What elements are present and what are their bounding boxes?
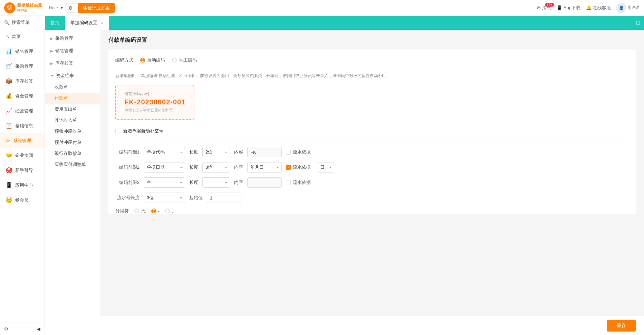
sidebar-item-member[interactable]: 👑 畅会员 bbox=[0, 193, 45, 207]
prefix1-length-value: 2位 bbox=[205, 149, 212, 155]
logo-icon: 畅 bbox=[4, 2, 15, 13]
auto-encoding-label: 自动编码 bbox=[147, 57, 165, 63]
menu-item-payment[interactable]: 付款单 bbox=[45, 93, 100, 104]
arrow-icon: ▼ bbox=[50, 74, 54, 78]
auto-fill-label: 新增单据自动补空号 bbox=[123, 128, 163, 134]
prefix2-dropdown-icon: ▾ bbox=[180, 166, 182, 169]
search-label: 搜索菜单 bbox=[12, 19, 30, 26]
menu-item-expense[interactable]: 费用支出单 bbox=[45, 104, 100, 115]
menu-group-label: 库存核算 bbox=[55, 60, 73, 66]
logo-subtitle: 插件版 bbox=[17, 8, 42, 13]
prefix2-select[interactable]: 单据日期 ▾ bbox=[144, 162, 185, 173]
online-service-action[interactable]: 🔔 在线客服 bbox=[586, 5, 611, 11]
prefix3-stream-label: 流水依据 bbox=[293, 179, 311, 186]
menu-group-sales-header[interactable]: ▶ 销售管理 bbox=[45, 45, 100, 57]
prefix3-stream-check[interactable]: 流水依据 bbox=[286, 179, 311, 186]
message-action[interactable]: ✉ 消息 99+ bbox=[537, 5, 551, 11]
menu-group-inventory-header[interactable]: ▶ 库存核算 bbox=[45, 57, 100, 69]
sep-dot-radio[interactable] bbox=[165, 208, 170, 213]
prefix1-row: 编码前缀1 单据代码 ▾ 长度 2位 ▾ 内容 FK bbox=[115, 147, 629, 157]
sidebar-item-system[interactable]: ⚙ 系统管理 bbox=[0, 133, 45, 148]
menu-item-receipt[interactable]: 收款单 bbox=[45, 82, 100, 93]
company-dropdown[interactable]: ▾ bbox=[61, 6, 63, 10]
sidebar-search[interactable]: 🔍 搜索菜单 bbox=[0, 16, 45, 29]
sidebar-item-label: 首页 bbox=[12, 34, 21, 40]
start-label: 起始值 bbox=[189, 195, 203, 201]
sep-none-option[interactable]: 无 bbox=[134, 208, 146, 214]
prefix2-length-arrow: ▾ bbox=[225, 166, 227, 169]
prefix3-stream-checkbox[interactable] bbox=[286, 180, 291, 185]
sidebar-item-basic[interactable]: 📋 基础信息 bbox=[0, 118, 45, 133]
sep-dot-option[interactable]: . bbox=[165, 208, 173, 214]
sidebar-settings-icon[interactable]: ⚙ bbox=[4, 326, 8, 332]
sep-none-label: 无 bbox=[141, 208, 146, 214]
sep-none-radio[interactable] bbox=[134, 208, 139, 213]
menu-item-bank-deposit[interactable]: 银行存取款单 bbox=[45, 148, 100, 159]
prefix1-length-input[interactable]: 2位 ▾ bbox=[202, 147, 230, 157]
prefix2-stream-check[interactable]: ✓ 流水依据 bbox=[286, 164, 311, 170]
tabs-right: — □ bbox=[628, 20, 644, 26]
sidebar-item-inventory[interactable]: 📦 库存核算 bbox=[0, 74, 45, 89]
auto-fill-row: 新增单据自动补空号 bbox=[115, 128, 629, 134]
encoding-section: 编码方式 自动编码 手工编码 新增单据时，'单据编码'自动生成，不可编辑 bbox=[108, 49, 636, 214]
sidebar-item-sales[interactable]: 📊 销售管理 bbox=[0, 44, 45, 59]
prefix2-content-select[interactable]: 年月日 ▾ bbox=[247, 162, 282, 173]
sidebar-item-operations[interactable]: 📈 经营管理 bbox=[0, 103, 45, 118]
code-preview-format: 单据代码-单据日期-流水号 bbox=[124, 108, 185, 113]
menu-item-other-income[interactable]: 其他收入单 bbox=[45, 115, 100, 126]
sep-dash-radio[interactable] bbox=[151, 208, 156, 213]
maximize-icon[interactable]: □ bbox=[636, 20, 640, 26]
menu-item-ar-ap-adjust[interactable]: 应收应付调整单 bbox=[45, 159, 100, 170]
settings-icon[interactable]: ⚙ bbox=[66, 3, 75, 13]
menu-group-capital-header[interactable]: ▼ 资金往来 bbox=[45, 70, 100, 82]
prefix3-select[interactable]: 空 ▾ bbox=[144, 177, 185, 188]
prefix2-stream-checkbox[interactable]: ✓ bbox=[286, 165, 291, 170]
auto-fill-checkbox[interactable] bbox=[115, 129, 120, 133]
prefix1-length-label: 长度 bbox=[189, 149, 198, 155]
prefix1-dropdown-icon: ▾ bbox=[180, 150, 182, 154]
user-action[interactable]: 👤 用户名 bbox=[616, 3, 640, 13]
save-button[interactable]: 保存 bbox=[607, 320, 636, 332]
sidebar-collapse-icon[interactable]: ◀ bbox=[37, 326, 40, 332]
prefix3-dropdown-icon: ▾ bbox=[180, 181, 182, 185]
prefix2-day-select[interactable]: 日 ▾ bbox=[317, 162, 334, 173]
tab-home[interactable]: 首页 bbox=[45, 16, 65, 30]
sidebar-item-purchase[interactable]: 🛒 采购管理 bbox=[0, 59, 45, 74]
sep-dash-option[interactable]: - bbox=[151, 208, 160, 214]
menu-item-prepay-payable[interactable]: 预付冲应付单 bbox=[45, 137, 100, 148]
app-download-action[interactable]: 📱 App下载 bbox=[557, 5, 580, 11]
tab-close-icon[interactable]: × bbox=[101, 20, 103, 25]
prefix2-length-label: 长度 bbox=[189, 164, 198, 170]
prefix2-content-arrow: ▾ bbox=[277, 166, 279, 169]
auto-encoding-radio[interactable] bbox=[140, 58, 145, 63]
finance-icon: 💰 bbox=[6, 93, 12, 99]
manual-encoding-radio[interactable] bbox=[172, 58, 177, 63]
dropdown-arrow-icon: ▾ bbox=[61, 6, 63, 10]
sidebar-item-guide[interactable]: 🎯 新手引导 bbox=[0, 163, 45, 178]
start-value-input[interactable]: 1 bbox=[207, 193, 241, 203]
manual-encoding-option[interactable]: 手工编码 bbox=[172, 57, 197, 63]
sidebar-item-label: 新手引导 bbox=[15, 167, 33, 174]
sidebar-item-collab[interactable]: 🤝 企业协同 bbox=[0, 148, 45, 163]
serial-select[interactable]: 3位 ▾ bbox=[144, 193, 185, 203]
prefix2-length-input[interactable]: 8位 ▾ bbox=[202, 162, 230, 173]
prefix1-content-input: FK bbox=[247, 147, 282, 157]
sidebar-item-label: 企业协同 bbox=[15, 152, 33, 159]
sidebar-item-finance[interactable]: 💰 资金管理 bbox=[0, 89, 45, 103]
prefix2-length-value: 8位 bbox=[205, 164, 212, 170]
menu-group-purchase-header[interactable]: ▶ 采购管理 bbox=[45, 32, 100, 44]
trial-button[interactable]: 体验行业方案 bbox=[78, 3, 115, 13]
prefix1-stream-check[interactable]: 流水依据 bbox=[286, 149, 311, 155]
prefix1-select[interactable]: 单据代码 ▾ bbox=[144, 147, 185, 157]
basic-icon: 📋 bbox=[6, 122, 12, 129]
prefix3-length-input[interactable]: ▾ bbox=[202, 177, 230, 188]
prefix1-stream-checkbox[interactable] bbox=[286, 150, 291, 155]
sidebar-item-home[interactable]: ⌂ 首页 bbox=[0, 29, 45, 44]
right-area: 首页 单据编码设置 × — □ ▶ 采购管理 bbox=[45, 16, 644, 335]
tab-home-label: 首页 bbox=[50, 20, 59, 26]
sidebar-item-apps[interactable]: 📱 应用中心 bbox=[0, 178, 45, 193]
tab-encoding-settings[interactable]: 单据编码设置 × bbox=[65, 16, 109, 30]
menu-item-prepay-receivable[interactable]: 预收冲应收单 bbox=[45, 126, 100, 137]
auto-encoding-option[interactable]: 自动编码 bbox=[140, 57, 165, 63]
minimize-icon[interactable]: — bbox=[628, 20, 634, 26]
